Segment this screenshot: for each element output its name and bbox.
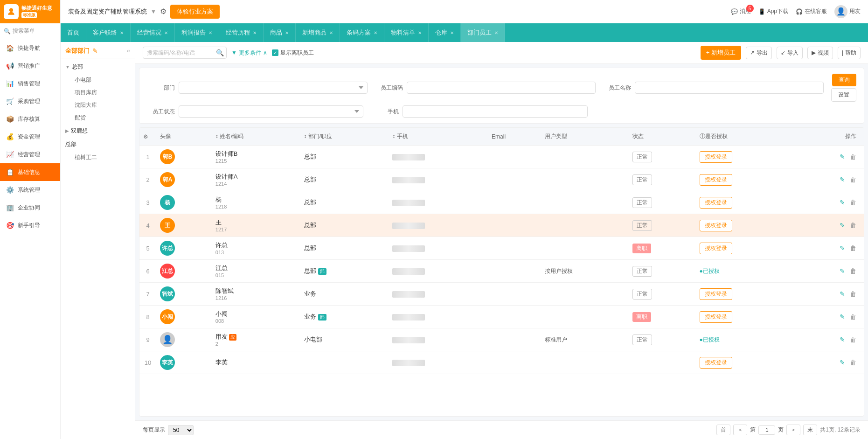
tab-new-goods-close[interactable]: ✕ <box>329 30 333 35</box>
trial-button[interactable]: 体验行业方案 <box>170 5 220 19</box>
delete-icon[interactable]: 🗑 <box>850 336 856 343</box>
dept-edit-icon[interactable]: ✎ <box>92 47 98 55</box>
tab-business-history-close[interactable]: ✕ <box>253 30 257 35</box>
tab-home[interactable]: 首页 <box>61 23 86 42</box>
dept-tree-item-general[interactable]: ▼ 总部 <box>61 60 135 74</box>
export-button[interactable]: ↗ 导出 <box>746 47 772 59</box>
tab-business-history[interactable]: 经营历程 ✕ <box>219 23 264 42</box>
dept-collapse-icon[interactable]: « <box>127 48 130 54</box>
dept-tree-item-small-electronics[interactable]: 小电部 <box>61 74 135 86</box>
edit-icon[interactable]: ✎ <box>840 176 845 183</box>
dept-tree-item-project-warehouse[interactable]: 项目库房 <box>61 86 135 99</box>
search-icon-button[interactable]: 🔍 <box>216 49 224 56</box>
delete-icon[interactable]: 🗑 <box>850 290 856 298</box>
sidebar-search-item[interactable]: 🔍 搜索菜单 <box>0 23 60 39</box>
first-page-button[interactable]: 首 <box>716 425 730 435</box>
edit-icon[interactable]: ✎ <box>840 290 845 298</box>
sidebar-item-system[interactable]: ⚙️ 系统管理 <box>0 181 60 199</box>
dept-tree-item-hq[interactable]: 总部 <box>61 138 135 151</box>
next-page-button[interactable]: ＞ <box>786 425 800 435</box>
search-input[interactable] <box>143 47 227 59</box>
delete-icon[interactable]: 🗑 <box>850 359 856 366</box>
page-size-select[interactable]: 50 100 200 <box>168 425 194 435</box>
tab-goods-close[interactable]: ✕ <box>285 30 289 35</box>
delete-icon[interactable]: 🗑 <box>850 313 856 321</box>
edit-icon[interactable]: ✎ <box>840 267 845 275</box>
sidebar-item-inventory[interactable]: 📦 库存核算 <box>0 110 60 128</box>
delete-icon[interactable]: 🗑 <box>850 199 856 206</box>
tab-materials-close[interactable]: ✕ <box>418 30 422 35</box>
show-resigned-checkbox[interactable]: ✓ 显示离职员工 <box>272 49 314 57</box>
add-employee-button[interactable]: + 新增员工 <box>701 46 741 60</box>
emp-name-input[interactable] <box>635 82 824 94</box>
tab-profit-close[interactable]: ✕ <box>208 30 212 35</box>
sidebar-item-operations[interactable]: 📈 经营管理 <box>0 146 60 163</box>
sidebar-item-marketing[interactable]: 📢 营销推广 <box>0 57 60 75</box>
col-settings[interactable]: ⚙ <box>139 128 156 146</box>
edit-icon[interactable]: ✎ <box>840 153 845 160</box>
tab-barcode[interactable]: 条码方案 ✕ <box>340 23 384 42</box>
filter-more-btn[interactable]: ▼ 更多条件 ∧ <box>231 49 267 57</box>
tab-materials[interactable]: 物料清单 ✕ <box>384 23 429 42</box>
auth-button[interactable]: 授权登录 <box>700 220 732 231</box>
col-phone[interactable]: ↕ 手机 <box>389 128 488 146</box>
dept-tree-item-distribution[interactable]: 配货 <box>61 111 135 124</box>
last-page-button[interactable]: 末 <box>803 425 817 435</box>
dept-tree-item-shenyang[interactable]: 沈阳大库 <box>61 99 135 111</box>
reset-button[interactable]: 设置 <box>831 88 856 102</box>
topbar-app-download[interactable]: 📱 App下载 <box>758 7 788 15</box>
sidebar-item-purchase[interactable]: 🛒 采购管理 <box>0 92 60 110</box>
tab-goods[interactable]: 商品 ✕ <box>264 23 296 42</box>
edit-icon[interactable]: ✎ <box>840 359 845 366</box>
auth-button[interactable]: 授权登录 <box>700 174 732 186</box>
status-filter-select[interactable] <box>179 105 363 118</box>
tab-barcode-close[interactable]: ✕ <box>374 30 377 35</box>
sidebar-item-guide[interactable]: 🎯 新手引导 <box>0 216 60 234</box>
dept-filter-select[interactable] <box>179 82 368 94</box>
prev-page-button[interactable]: ＜ <box>733 425 747 435</box>
dept-tree-item-plant-king[interactable]: 植树王二 <box>61 151 135 164</box>
tab-business-status[interactable]: 经营情况 ✕ <box>131 23 175 42</box>
dept-tree-item-double-dream[interactable]: ▶ 双鹿想 <box>61 124 135 138</box>
sidebar-item-sales[interactable]: 📊 销售管理 <box>0 75 60 92</box>
col-dept-position[interactable]: ↕ 部门/职位 <box>300 128 389 146</box>
edit-icon[interactable]: ✎ <box>840 244 845 252</box>
delete-icon[interactable]: 🗑 <box>850 176 856 183</box>
phone-filter-input[interactable] <box>403 105 587 118</box>
tab-profit[interactable]: 利润报告 ✕ <box>175 23 219 42</box>
tab-dept-staff[interactable]: 部门员工 ✕ <box>461 23 505 42</box>
tab-new-goods[interactable]: 新增商品 ✕ <box>296 23 340 42</box>
topbar-message[interactable]: 💬 消息 5 <box>731 7 751 15</box>
topbar-dropdown-arrow[interactable]: ▼ <box>151 8 156 15</box>
topbar-online-service[interactable]: 🎧 在线客服 <box>796 7 827 15</box>
sidebar-item-quick-nav[interactable]: 🏠 快捷导航 <box>0 39 60 57</box>
page-input[interactable] <box>758 425 775 435</box>
help-button[interactable]: | 帮助 <box>838 47 861 59</box>
sidebar-item-finance[interactable]: 💰 资金管理 <box>0 128 60 146</box>
tab-warehouse-close[interactable]: ✕ <box>450 30 454 35</box>
tab-dept-staff-close[interactable]: ✕ <box>494 30 498 35</box>
delete-icon[interactable]: 🗑 <box>850 267 856 275</box>
query-button[interactable]: 查询 <box>832 74 856 86</box>
emp-code-input[interactable] <box>407 82 596 94</box>
tab-customer[interactable]: 客户联络 ✕ <box>86 23 131 42</box>
import-button[interactable]: ↙ 导入 <box>777 47 803 59</box>
sidebar-item-enterprise[interactable]: 🏢 企业协同 <box>0 199 60 216</box>
delete-icon[interactable]: 🗑 <box>850 153 856 160</box>
auth-button[interactable]: 授权登录 <box>700 357 732 369</box>
sidebar-item-basic[interactable]: 📋 基础信息 <box>0 163 60 181</box>
tab-customer-close[interactable]: ✕ <box>120 30 124 35</box>
tab-business-status-close[interactable]: ✕ <box>164 30 168 35</box>
auth-button[interactable]: 授权登录 <box>700 311 732 323</box>
edit-icon[interactable]: ✎ <box>840 336 845 343</box>
edit-icon[interactable]: ✎ <box>840 313 845 321</box>
edit-icon[interactable]: ✎ <box>840 222 845 229</box>
col-name-code[interactable]: ↕ 姓名/编码 <box>212 128 300 146</box>
auth-button[interactable]: 授权登录 <box>700 151 732 163</box>
topbar-user[interactable]: 👤 用友 <box>834 5 861 18</box>
auth-button[interactable]: 授权登录 <box>700 243 732 254</box>
auth-button[interactable]: 授权登录 <box>700 197 732 209</box>
edit-icon[interactable]: ✎ <box>840 199 845 206</box>
tab-warehouse[interactable]: 仓库 ✕ <box>429 23 461 42</box>
auth-button[interactable]: 授权登录 <box>700 288 732 300</box>
